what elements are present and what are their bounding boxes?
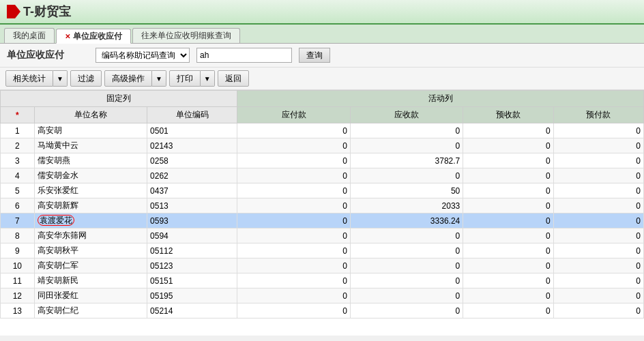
table-row[interactable]: 6高安胡新辉05130203300 (1, 198, 644, 213)
cell-yf: 0 (237, 273, 350, 288)
table-row[interactable]: 2马坳黄中云021430000 (1, 138, 644, 153)
cell-ys: 0 (350, 288, 463, 303)
cell-yfk: 0 (553, 303, 643, 318)
cell-code: 05151 (147, 273, 237, 288)
table-row[interactable]: 5乐安张爱红043705000 (1, 183, 644, 198)
cell-yfk: 0 (553, 273, 643, 288)
cell-code: 0437 (147, 183, 237, 198)
cell-yfk: 0 (553, 258, 643, 273)
main-table: 固定列 活动列 * 单位名称 单位编码 应付款 应收款 预收款 预付款 1高安胡… (0, 90, 644, 318)
cell-ysk: 0 (463, 243, 553, 258)
cell-yf: 0 (237, 228, 350, 243)
cell-ys: 0 (350, 273, 463, 288)
print-button[interactable]: 打印 (169, 70, 201, 87)
tab-close-icon[interactable]: ✕ (65, 33, 70, 40)
print-dropdown[interactable]: ▼ (201, 70, 215, 87)
cell-seq: 2 (1, 138, 35, 153)
search-select[interactable]: 编码名称助记码查询 (96, 48, 190, 63)
tab-desktop[interactable]: 我的桌面 (4, 28, 55, 43)
cell-ysk: 0 (463, 303, 553, 318)
cell-ys: 2033 (350, 198, 463, 213)
stats-btn-group: 相关统计 ▼ (5, 70, 68, 87)
cell-ys: 0 (350, 228, 463, 243)
cell-name: 高安胡仁军 (34, 258, 147, 273)
cell-name: 儒安胡燕 (34, 153, 147, 168)
advanced-dropdown[interactable]: ▼ (152, 70, 166, 87)
cell-seq: 10 (1, 258, 35, 273)
cell-seq: 1 (1, 123, 35, 138)
cell-ys: 3782.7 (350, 153, 463, 168)
cell-name: 乐安张爱红 (34, 183, 147, 198)
stats-dropdown[interactable]: ▼ (53, 70, 68, 87)
cell-yfk: 0 (553, 153, 643, 168)
cell-ysk: 0 (463, 273, 553, 288)
col-header-yf[interactable]: 应付款 (237, 107, 350, 123)
cell-name: 儒安胡金水 (34, 168, 147, 183)
cell-yf: 0 (237, 243, 350, 258)
advanced-button[interactable]: 高级操作 (104, 70, 152, 87)
logo-text: T-财贸宝 (23, 3, 71, 20)
cell-code: 0513 (147, 198, 237, 213)
app-header: T-财贸宝 (0, 0, 644, 25)
tab-unit-detail[interactable]: 往来单位应收明细账查询 (132, 28, 240, 43)
table-row[interactable]: 12同田张爱红051950000 (1, 288, 644, 303)
cell-ysk: 0 (463, 213, 553, 228)
stats-button[interactable]: 相关统计 (5, 70, 53, 87)
cell-name: 高安胡仁纪 (34, 303, 147, 318)
cell-name: 高安胡新辉 (34, 198, 147, 213)
table-row[interactable]: 8高安华东筛网05940000 (1, 228, 644, 243)
cell-name: 靖安胡新民 (34, 273, 147, 288)
cell-ys: 3336.24 (350, 213, 463, 228)
col-header-code[interactable]: 单位编码 (147, 107, 237, 123)
cell-name: 马坳黄中云 (34, 138, 147, 153)
table-row[interactable]: 9高安胡秋平051120000 (1, 243, 644, 258)
col-header-yfk[interactable]: 预付款 (553, 107, 643, 123)
toolbar: 相关统计 ▼ 过滤 高级操作 ▼ 打印 ▼ 返回 (0, 68, 644, 90)
cell-yf: 0 (237, 213, 350, 228)
cell-yf: 0 (237, 153, 350, 168)
cell-yfk: 0 (553, 138, 643, 153)
cell-seq: 9 (1, 243, 35, 258)
tab-unit-ap[interactable]: ✕ 单位应收应付 (56, 29, 131, 44)
cell-ys: 50 (350, 183, 463, 198)
cell-ys: 0 (350, 303, 463, 318)
cell-name: 高安胡秋平 (34, 243, 147, 258)
cell-yfk: 0 (553, 168, 643, 183)
cell-ysk: 0 (463, 228, 553, 243)
query-button[interactable]: 查询 (299, 48, 330, 63)
search-input[interactable] (196, 48, 292, 63)
cell-ysk: 0 (463, 138, 553, 153)
table-row[interactable]: 3儒安胡燕025803782.700 (1, 153, 644, 168)
cell-ys: 0 (350, 258, 463, 273)
col-header-ysk[interactable]: 预收款 (463, 107, 553, 123)
cell-seq: 13 (1, 303, 35, 318)
cell-ys: 0 (350, 123, 463, 138)
cell-ys: 0 (350, 168, 463, 183)
cell-yf: 0 (237, 183, 350, 198)
cell-seq: 3 (1, 153, 35, 168)
col-header-ys[interactable]: 应收款 (350, 107, 463, 123)
cell-seq: 7 (1, 213, 35, 228)
cell-yfk: 0 (553, 228, 643, 243)
table-row[interactable]: 13高安胡仁纪052140000 (1, 303, 644, 318)
cell-code: 0262 (147, 168, 237, 183)
table-row[interactable]: 4儒安胡金水02620000 (1, 168, 644, 183)
col-header-name[interactable]: 单位名称 (34, 107, 147, 123)
cell-seq: 5 (1, 183, 35, 198)
cell-code: 0501 (147, 123, 237, 138)
cell-ysk: 0 (463, 258, 553, 273)
table-row[interactable]: 7袁渡爱花059303336.2400 (1, 213, 644, 228)
cell-seq: 6 (1, 198, 35, 213)
table-row[interactable]: 11靖安胡新民051510000 (1, 273, 644, 288)
cell-ysk: 0 (463, 153, 553, 168)
filter-button[interactable]: 过滤 (70, 70, 102, 87)
page-content: 单位应收应付 编码名称助记码查询 查询 相关统计 ▼ 过滤 高级操作 ▼ 打印 … (0, 44, 644, 336)
return-button[interactable]: 返回 (218, 70, 249, 87)
table-row[interactable]: 1高安胡05010000 (1, 123, 644, 138)
cell-yf: 0 (237, 198, 350, 213)
table-container: 固定列 活动列 * 单位名称 单位编码 应付款 应收款 预收款 预付款 1高安胡… (0, 90, 644, 336)
table-row[interactable]: 10高安胡仁军051230000 (1, 258, 644, 273)
cell-code: 02143 (147, 138, 237, 153)
cell-yf: 0 (237, 288, 350, 303)
cell-seq: 4 (1, 168, 35, 183)
